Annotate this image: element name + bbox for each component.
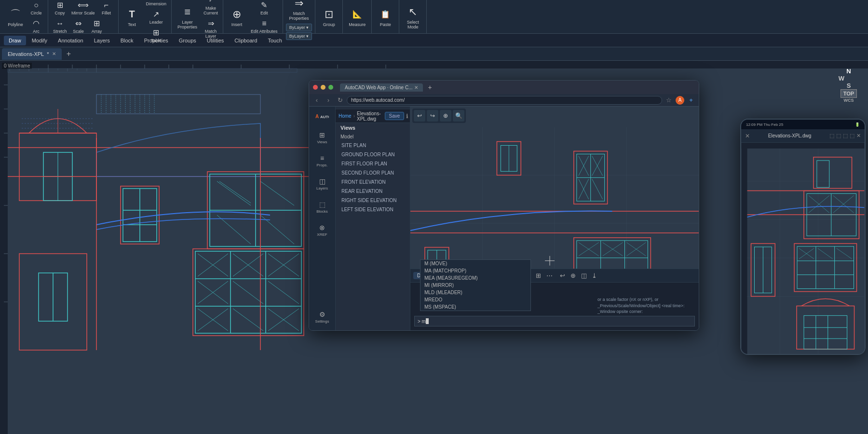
- group-btn[interactable]: ⊡ Group: [318, 5, 339, 29]
- menu-clipboard[interactable]: Clipboard: [230, 36, 262, 45]
- menu-groups[interactable]: Groups: [174, 36, 201, 45]
- browser-minimize-dot[interactable]: [321, 85, 326, 90]
- menu-utilities[interactable]: Utilities: [202, 36, 229, 45]
- acweb-xref-btn[interactable]: ⊗ XREF: [312, 219, 333, 241]
- views-item-second-floor[interactable]: SECOND FLOOR PLAN: [336, 168, 410, 177]
- compass-top-label: TOP: [841, 89, 857, 98]
- cmd-mi-mirror[interactable]: MI (MIRROR): [420, 282, 530, 289]
- paste-btn[interactable]: 📋 Paste: [375, 5, 396, 29]
- browser-tab[interactable]: AutoCAD Web App · Online C... ✕: [340, 83, 423, 92]
- layer-props-btn[interactable]: ≡ LayerProperties: [175, 2, 200, 31]
- text-btn[interactable]: T Text: [122, 5, 143, 29]
- acweb-redo-btn[interactable]: ↪: [427, 110, 438, 122]
- cmd-ms-mspace[interactable]: MS (MSPACE): [420, 303, 530, 311]
- acweb-search-btn[interactable]: 🔍: [453, 110, 464, 122]
- acweb-layers-btn[interactable]: ◫ Layers: [312, 173, 333, 194]
- views-item-right-side[interactable]: RIGHT SIDE ELEVATION: [336, 196, 410, 205]
- browser-back-btn[interactable]: ‹: [312, 95, 322, 105]
- browser-maximize-dot[interactable]: [328, 85, 333, 90]
- tablet-close-btn[interactable]: ✕: [745, 133, 750, 139]
- acweb-cmd-input[interactable]: > m: [414, 316, 695, 326]
- acweb-more-icon[interactable]: ⋯: [545, 271, 555, 281]
- array-btn[interactable]: ⊞ Array: [88, 17, 106, 35]
- views-item-left-side[interactable]: LEFT SIDE ELEVATION: [336, 205, 410, 214]
- leader-btn[interactable]: ↗ Leader: [144, 8, 169, 26]
- menu-modify[interactable]: Modify: [27, 36, 52, 45]
- tablet-icon-3[interactable]: ⬚: [843, 133, 848, 139]
- acweb-props-btn[interactable]: ≡ Props.: [312, 150, 333, 171]
- copy-btn[interactable]: ⊞ Copy: [51, 0, 68, 16]
- cmd-m-move[interactable]: M (MOVE): [420, 260, 530, 267]
- views-item-first-floor[interactable]: FIRST FLOOR PLAN: [336, 159, 410, 168]
- browser-tab-add[interactable]: +: [428, 83, 432, 91]
- acweb-download-icon[interactable]: ⤓: [590, 271, 599, 281]
- edit-attributes-icon: ≡: [259, 18, 270, 29]
- cmd-ma-matchprop[interactable]: MA (MATCHPROP): [420, 267, 530, 274]
- views-item-front-elev[interactable]: FRONT ELEVATION: [336, 177, 410, 187]
- acweb-views-btn[interactable]: ⊞ Views: [312, 127, 333, 148]
- acweb-grid-icon[interactable]: ⊞: [534, 271, 543, 281]
- breadcrumb-home[interactable]: Home: [339, 113, 352, 119]
- menu-block[interactable]: Block: [116, 36, 138, 45]
- doc-tab-elevations[interactable]: Elevations-XPL * ✕: [2, 48, 62, 60]
- acweb-undo-btn[interactable]: ↩: [414, 110, 425, 122]
- acweb-settings-btn[interactable]: ⚙ Settings: [312, 306, 333, 327]
- mirror-btn[interactable]: ⟺ Mirror Scale: [69, 0, 97, 16]
- tablet-icon-1[interactable]: ⬚: [829, 133, 834, 139]
- arc-label: Arc: [33, 29, 40, 34]
- browser-forward-btn[interactable]: ›: [324, 95, 333, 105]
- views-item-ground-floor[interactable]: GROUND FLOOR PLAN: [336, 150, 410, 159]
- insert-btn[interactable]: ⊕ Insert: [226, 5, 247, 29]
- select-mode-btn[interactable]: ↖ SelectMode: [402, 2, 423, 31]
- acweb-commandarea: M (MOVE) MA (MATCHPROP) MEA (MEASUREGEOM…: [410, 282, 699, 330]
- edit-attributes-btn[interactable]: ≡ Edit Attributes: [249, 17, 280, 35]
- acweb-undo-icon[interactable]: ↩: [558, 271, 568, 281]
- browser-profile-btn[interactable]: A: [676, 96, 684, 105]
- acweb-layers-bottom-icon[interactable]: ◫: [579, 271, 589, 281]
- views-panel-model[interactable]: Model: [336, 133, 410, 141]
- tablet-icon-4[interactable]: ⬚: [850, 133, 854, 139]
- scale-btn[interactable]: ⇔ Scale: [70, 17, 87, 35]
- browser-refresh-btn[interactable]: ↻: [335, 95, 345, 105]
- menu-annotation[interactable]: Annotation: [53, 36, 88, 45]
- tablet-icon-2[interactable]: ⬚: [836, 133, 841, 139]
- browser-bookmark-btn[interactable]: ☆: [664, 95, 674, 105]
- dimension-btn[interactable]: ↕ Dimension: [144, 0, 169, 7]
- acweb-info-btn[interactable]: ℹ: [406, 113, 408, 120]
- menu-properties[interactable]: Properties: [139, 36, 173, 45]
- match-props-btn[interactable]: ⇒ MatchProperties: [286, 0, 312, 23]
- menu-draw[interactable]: Draw: [4, 36, 26, 45]
- browser-addressbar[interactable]: https://web.autocad.com/: [347, 96, 662, 105]
- circle-btn[interactable]: ○ Circle: [27, 0, 45, 16]
- edit-label: Edit: [260, 11, 268, 15]
- svg-rect-138: [742, 143, 865, 354]
- cmd-mea-measuregeom[interactable]: MEA (MEASUREGEOM): [420, 274, 530, 282]
- cmd-mld-mleader[interactable]: MLD (MLEADER): [420, 289, 530, 296]
- acweb-zoom-icon[interactable]: ⊕: [569, 271, 578, 281]
- stretch-btn[interactable]: ↔ Stretch: [51, 17, 69, 35]
- menu-touch[interactable]: Touch: [263, 36, 286, 45]
- bylayer1-dropdown[interactable]: ByLayer ▾: [286, 24, 312, 31]
- menu-layers[interactable]: Layers: [89, 36, 115, 45]
- acweb-measure-btn[interactable]: ⊕: [440, 110, 451, 122]
- doc-tab-add[interactable]: +: [64, 49, 74, 59]
- browser-close-dot[interactable]: [313, 85, 318, 90]
- svg-rect-139: [742, 143, 865, 149]
- measure-btn[interactable]: 📐 Measure: [346, 5, 368, 29]
- acweb-blocks-btn[interactable]: ⬚ Blocks: [312, 196, 333, 217]
- arc-btn[interactable]: ◠ Arc: [27, 17, 45, 35]
- make-current-btn[interactable]: ✓ MakeCurrent: [202, 0, 220, 16]
- acweb-save-btn[interactable]: Save: [385, 112, 405, 120]
- doc-tab-close[interactable]: ✕: [52, 51, 56, 56]
- bylayer2-dropdown[interactable]: ByLayer ▾: [286, 32, 312, 40]
- views-item-rear-elev[interactable]: REAR ELEVATION: [336, 187, 410, 196]
- browser-menu-btn[interactable]: +: [686, 95, 696, 105]
- cmd-mredo[interactable]: MREDO: [420, 296, 530, 303]
- polyline-btn[interactable]: ⌒ Polyline: [5, 5, 26, 29]
- views-item-site-plan[interactable]: SITE PLAN: [336, 141, 410, 150]
- match-props-icon: ⇒: [291, 0, 307, 11]
- fillet-btn[interactable]: ⌐ Fillet: [98, 0, 115, 16]
- edit-btn[interactable]: ✎ Edit: [249, 0, 280, 16]
- tablet-icon-5[interactable]: ✕: [856, 133, 861, 139]
- browser-tab-close[interactable]: ✕: [414, 85, 418, 90]
